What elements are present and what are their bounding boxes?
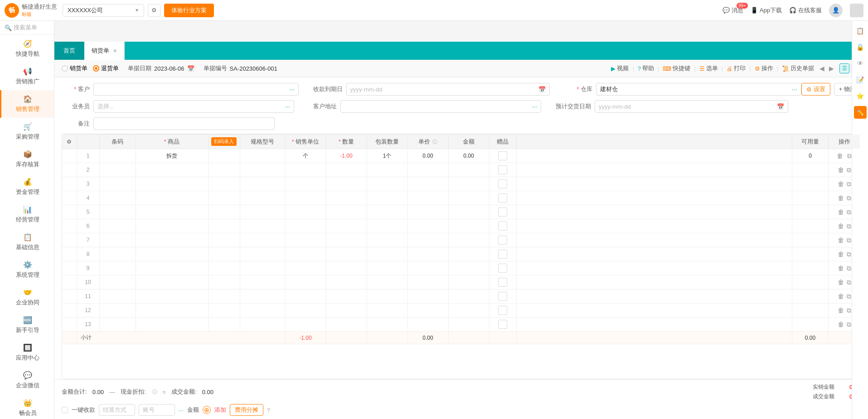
addr-dots-icon[interactable]: ··· xyxy=(532,103,537,110)
delete-icon[interactable]: 🗑 xyxy=(836,250,845,258)
sidebar-item-basic[interactable]: 📋 基础信息 xyxy=(0,228,54,256)
side-action-edit[interactable]: 📝 xyxy=(854,73,867,86)
delete-icon[interactable]: 🗑 xyxy=(836,208,845,216)
history-button[interactable]: 📜 历史单据 xyxy=(782,64,814,72)
product-cell[interactable] xyxy=(136,163,208,177)
user-avatar-box[interactable] xyxy=(850,4,863,17)
gift-checkbox[interactable] xyxy=(498,193,507,202)
settings-gear-button[interactable]: ⚙ xyxy=(148,4,160,17)
delete-icon[interactable]: 🗑 xyxy=(836,180,845,188)
sidebar-item-cooperation[interactable]: 🤝 企业协同 xyxy=(0,284,54,311)
message-button[interactable]: 💬 消息 99+ xyxy=(723,6,743,14)
delete-icon[interactable]: 🗑 xyxy=(836,222,845,230)
unit-price-cell[interactable]: 0.00 xyxy=(407,149,448,163)
prev-arrow-icon[interactable]: ◀ xyxy=(818,64,826,73)
trial-button[interactable]: 体验行业方案 xyxy=(164,4,214,17)
side-action-star[interactable]: ⭐ xyxy=(854,90,867,102)
account-input[interactable]: 账号 xyxy=(139,404,175,416)
gift-checkbox[interactable] xyxy=(498,207,507,217)
gift-checkbox[interactable] xyxy=(498,179,507,188)
select-order-button[interactable]: ☰ 选单 xyxy=(699,64,718,72)
sidebar-item-sales[interactable]: 🏠 销售管理 xyxy=(0,90,54,118)
gift-checkbox[interactable] xyxy=(498,222,507,231)
amount-cell[interactable]: 0.00 xyxy=(448,149,489,163)
delete-icon[interactable]: 🗑 xyxy=(836,166,845,173)
gift-checkbox[interactable] xyxy=(498,278,507,287)
tab-close-icon[interactable]: ✕ xyxy=(113,48,117,54)
search-menu-button[interactable]: 🔍 搜索菜单 xyxy=(0,21,54,35)
expected-date-input[interactable]: yyyy-mm-dd 📅 xyxy=(595,100,788,113)
qty-cell[interactable]: -1.00 xyxy=(326,149,367,163)
col-scan[interactable]: 扫码录入 xyxy=(208,135,240,149)
tab-home[interactable]: 首页 xyxy=(54,42,84,60)
expected-calendar-icon[interactable]: 📅 xyxy=(777,103,784,110)
col-settings[interactable]: ⚙ xyxy=(62,135,77,149)
customer-dots-icon[interactable]: ··· xyxy=(289,86,295,93)
calc-method-select[interactable]: 结算方式 xyxy=(99,404,135,416)
next-arrow-icon[interactable]: ▶ xyxy=(827,64,836,73)
sidebar-item-member[interactable]: 👑 畅会员 xyxy=(0,394,54,419)
settings-button[interactable]: ⚙ 设置 xyxy=(801,83,830,96)
radio-sales[interactable]: 销货单 xyxy=(62,64,87,72)
sidebar-item-system[interactable]: ⚙️ 系统管理 xyxy=(0,256,54,284)
gift-cell[interactable] xyxy=(489,163,516,177)
video-help-button[interactable]: ▶ 视频 xyxy=(611,64,629,72)
gift-checkbox[interactable] xyxy=(498,306,507,315)
delete-icon[interactable]: 🗑 xyxy=(836,265,845,272)
tab-sales-order[interactable]: 销货单 ✕ xyxy=(84,42,125,60)
delete-icon[interactable]: 🗑 xyxy=(836,321,845,328)
app-download-button[interactable]: 📱 App下载 xyxy=(751,6,782,14)
radio-return[interactable]: 退货单 xyxy=(93,64,119,72)
pack-qty-cell[interactable]: 1个 xyxy=(367,149,407,163)
delete-icon[interactable]: 🗑 xyxy=(836,279,845,286)
pack-qty-cell[interactable] xyxy=(367,163,407,177)
add-button[interactable]: ⊕ xyxy=(203,406,211,414)
side-action-orange[interactable]: ✏️ xyxy=(854,106,867,119)
delete-icon[interactable]: 🗑 xyxy=(836,236,845,244)
collection-date-input[interactable]: yyyy-mm-dd 📅 xyxy=(346,83,550,96)
side-action-eye[interactable]: 👁 xyxy=(854,57,867,70)
help-button[interactable]: ? 帮助 xyxy=(638,64,654,72)
product-cell[interactable]: 拆货 xyxy=(136,149,208,163)
customer-input[interactable]: ··· xyxy=(93,83,299,96)
unit-price-cell[interactable] xyxy=(407,163,448,177)
sidebar-item-marketing[interactable]: 📢 营销推广 xyxy=(0,63,54,90)
salesperson-dots-icon[interactable]: ··· xyxy=(285,103,290,110)
sidebar-item-business[interactable]: 📊 经营管理 xyxy=(0,201,54,228)
qty-cell[interactable] xyxy=(326,163,367,177)
unit-cell[interactable]: 个 xyxy=(285,149,326,163)
sidebar-item-guide[interactable]: 🆕 新手引导 xyxy=(0,311,54,339)
operate-button[interactable]: ⚙ 操作 xyxy=(755,64,773,72)
salesperson-input[interactable]: 选择... ··· xyxy=(93,100,294,113)
sidebar-item-inventory[interactable]: 📦 库存核算 xyxy=(0,145,54,173)
spec-cell[interactable] xyxy=(240,163,285,177)
side-action-lock[interactable]: 🔒 xyxy=(854,41,867,53)
gift-checkbox[interactable] xyxy=(498,165,507,174)
gift-checkbox[interactable] xyxy=(498,250,507,259)
unit-cell[interactable] xyxy=(285,163,326,177)
gift-checkbox[interactable] xyxy=(498,236,507,245)
amount-cell[interactable] xyxy=(448,163,489,177)
warehouse-dots-icon[interactable]: ··· xyxy=(792,86,797,93)
gift-checkbox[interactable] xyxy=(498,264,507,273)
company-selector[interactable]: XXXXXX公司 ▼ xyxy=(63,4,144,17)
sidebar-item-wechat[interactable]: 💬 企业微信 xyxy=(0,366,54,394)
calendar-icon[interactable]: 📅 xyxy=(187,65,194,72)
online-support-button[interactable]: 🎧 在线客服 xyxy=(789,6,822,14)
list-view-button[interactable]: ☰ xyxy=(839,63,849,73)
delete-icon[interactable]: 🗑 xyxy=(836,194,845,202)
delete-icon[interactable]: 🗑 xyxy=(836,293,845,300)
avatar[interactable]: 👤 xyxy=(829,4,843,17)
shortcut-button[interactable]: ⌨ 快捷键 xyxy=(663,64,690,72)
spec-cell[interactable] xyxy=(240,149,285,163)
account-dots-icon[interactable]: ··· xyxy=(179,407,184,414)
sidebar-item-purchase[interactable]: 🛒 采购管理 xyxy=(0,118,54,145)
collection-calendar-icon[interactable]: 📅 xyxy=(538,86,546,93)
delete-icon[interactable]: 🗑 xyxy=(836,307,845,314)
barcode-cell[interactable] xyxy=(99,149,136,163)
print-button[interactable]: 🖨 打印 xyxy=(727,64,746,72)
scan-button[interactable]: 扫码录入 xyxy=(211,137,237,146)
barcode-cell[interactable] xyxy=(99,163,136,177)
gift-cell[interactable] xyxy=(489,149,516,163)
customer-addr-input[interactable]: ··· xyxy=(340,100,541,113)
